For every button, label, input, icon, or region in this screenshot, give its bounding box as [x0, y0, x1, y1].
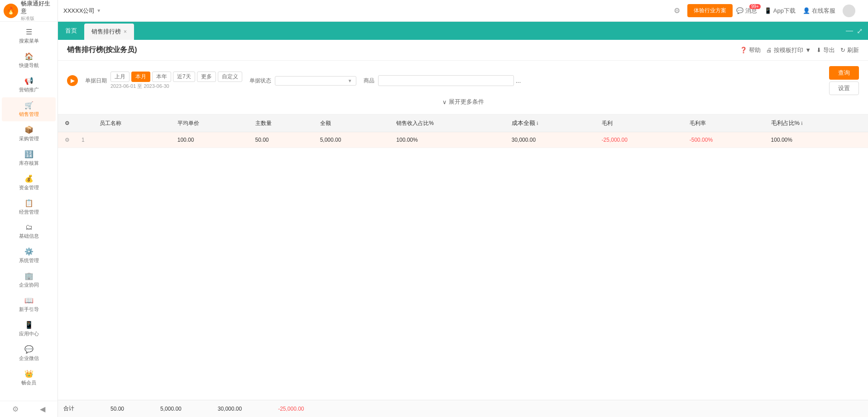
- online-service-button[interactable]: 👤 在线客服: [803, 7, 835, 15]
- company-selector[interactable]: XXXXX公司 ▼: [63, 7, 670, 15]
- col-cost: 成本全额 ℹ: [506, 115, 596, 132]
- company-name: XXXXX公司: [63, 7, 95, 15]
- tab-sales-ranking[interactable]: 销售排行榜 ×: [84, 24, 134, 40]
- tab-home[interactable]: 首页: [58, 22, 84, 40]
- template-print-button[interactable]: 🖨 按模板打印 ▼: [766, 46, 811, 54]
- date-current-month-button[interactable]: 本月: [131, 72, 150, 82]
- gross-ratio-info-icon: ℹ: [801, 121, 803, 126]
- filter-status-item: 单据状态 ▼: [249, 76, 356, 86]
- operation-icon: 📋: [24, 199, 34, 207]
- sidebar: 🔥 畅康通好生意 标准版 ☰ 搜索菜单 🏠 快捷导航 📢 营销推广 🛒 销售管理…: [0, 0, 58, 417]
- table-footer: 合计 50.00 5,000.00 30,000.00 -25,000.00: [58, 400, 868, 417]
- row-gross-ratio: 100.00%: [766, 132, 868, 148]
- col-avg-price: 平均单价: [172, 115, 250, 132]
- filter-toggle-arrow[interactable]: ▶: [67, 75, 78, 86]
- filter-action-buttons: 查询 设置: [829, 66, 859, 95]
- system-icon: ⚙️: [24, 247, 34, 256]
- date-year-button[interactable]: 本年: [152, 72, 171, 82]
- filter-area: ▶ 单据日期 上月 本月 本年 近7天 更多 自定义 2023-06-01: [58, 61, 868, 115]
- print-icon: 🖨: [766, 47, 772, 53]
- date-prev-month-button[interactable]: 上月: [110, 72, 129, 82]
- filter-expand-button[interactable]: ∨ 展开更多条件: [67, 95, 859, 109]
- logo-text: 畅康通好生意 标准版: [21, 0, 54, 21]
- sidebar-item-purchase[interactable]: 📦 采购管理: [2, 122, 56, 146]
- export-icon: ⬇: [816, 47, 821, 53]
- enterprise-icon: 🏢: [24, 272, 34, 280]
- page-actions: ❓ 帮助 🖨 按模板打印 ▼ ⬇ 导出 ↻ 刷新: [740, 46, 859, 54]
- sidebar-item-guide[interactable]: 📖 新手引导: [2, 292, 56, 316]
- filter-status-select[interactable]: ▼: [275, 76, 356, 86]
- footer-label: 合计: [63, 405, 74, 412]
- window-minimize-icon[interactable]: —: [846, 27, 853, 35]
- row-avg-price: 100.00: [172, 132, 250, 148]
- filter-date-group: 上月 本月 本年 近7天 更多 自定义: [110, 72, 242, 82]
- trial-industry-button[interactable]: 体验行业方案: [687, 4, 733, 17]
- sidebar-item-basic[interactable]: 🗂 基础信息: [2, 220, 56, 243]
- row-cost: 30,000.00: [506, 132, 596, 148]
- help-button[interactable]: ❓ 帮助: [740, 46, 761, 54]
- page-title: 销售排行榜(按业务员): [67, 45, 137, 55]
- topbar-settings-icon[interactable]: ⚙: [674, 6, 680, 15]
- table-container: ⚙ 员工名称 平均单价 主数量 全额 销售收入占比% 成本全额 ℹ 毛利 毛利率: [58, 115, 868, 257]
- avatar[interactable]: [843, 5, 855, 17]
- sidebar-item-sales[interactable]: 🛒 销售管理: [2, 97, 56, 121]
- date-range-display: 2023-06-01 至 2023-06-30: [110, 83, 242, 90]
- tabbar-right: — ⤢: [846, 27, 868, 35]
- footer-gross: -25,000.00: [278, 406, 304, 412]
- sidebar-settings-button[interactable]: ⚙: [12, 405, 19, 413]
- sidebar-collapse-button[interactable]: ◀: [40, 405, 45, 413]
- inventory-icon: 🔢: [24, 150, 34, 158]
- sidebar-item-marketing[interactable]: 📢 营销推广: [2, 73, 56, 97]
- refresh-button[interactable]: ↻ 刷新: [840, 46, 859, 54]
- col-gross-ratio: 毛利占比% ℹ: [766, 115, 868, 132]
- help-icon: ❓: [740, 47, 747, 53]
- app-download-label: App下载: [773, 7, 796, 15]
- message-badge: 99+: [749, 4, 761, 9]
- col-settings: ⚙: [58, 115, 76, 132]
- sidebar-item-finance[interactable]: 💰 资金管理: [2, 171, 56, 195]
- sidebar-logo: 🔥 畅康通好生意 标准版: [0, 0, 58, 22]
- table-row: ⚙ 1 100.00 50.00 5,000.00 100.00% 30,000…: [58, 132, 868, 148]
- print-dropdown-arrow: ▼: [805, 47, 811, 53]
- finance-icon: 💰: [24, 174, 34, 183]
- sidebar-item-operation[interactable]: 📋 经营管理: [2, 195, 56, 219]
- query-button[interactable]: 查询: [829, 66, 859, 80]
- col-gross: 毛利: [596, 115, 684, 132]
- message-button[interactable]: 💬 消息 99+: [736, 7, 757, 15]
- filter-date-label: 单据日期: [85, 77, 107, 85]
- footer-amount: 5,000.00: [160, 406, 182, 412]
- filter-goods-more-icon[interactable]: ...: [516, 77, 521, 84]
- sidebar-item-search-order[interactable]: ☰ 搜索菜单: [2, 24, 56, 48]
- content: 销售排行榜(按业务员) ❓ 帮助 🖨 按模板打印 ▼ ⬇ 导出 ↻ 刷新: [58, 40, 868, 417]
- col-amount: 全额: [315, 115, 391, 132]
- sidebar-item-member[interactable]: 👑 畅会员: [2, 366, 56, 390]
- date-more-button[interactable]: 更多: [197, 72, 216, 82]
- topbar-right: 💬 消息 99+ 📱 App下载 👤 在线客服: [736, 5, 863, 17]
- sidebar-item-system[interactable]: ⚙️ 系统管理: [2, 244, 56, 268]
- sidebar-item-wechat[interactable]: 💬 企业微信: [2, 341, 56, 365]
- col-rank: [76, 115, 94, 132]
- sidebar-item-enterprise[interactable]: 🏢 企业协同: [2, 268, 56, 292]
- col-employee: 员工名称: [94, 115, 172, 132]
- date-7days-button[interactable]: 近7天: [173, 72, 195, 82]
- col-sales-ratio: 销售收入占比%: [391, 115, 506, 132]
- sales-icon: 🛒: [24, 101, 34, 110]
- filter-settings-button[interactable]: 设置: [829, 81, 859, 95]
- row-gross: -25,000.00: [596, 132, 684, 148]
- date-custom-button[interactable]: 自定义: [218, 72, 242, 82]
- guide-icon: 📖: [24, 296, 34, 305]
- window-maximize-icon[interactable]: ⤢: [857, 27, 863, 35]
- export-button[interactable]: ⬇ 导出: [816, 46, 835, 54]
- sidebar-nav: ☰ 搜索菜单 🏠 快捷导航 📢 营销推广 🛒 销售管理 📦 采购管理 🔢 库存核…: [0, 22, 58, 401]
- app-download-button[interactable]: 📱 App下载: [764, 7, 796, 15]
- sidebar-item-inventory[interactable]: 🔢 库存核算: [2, 146, 56, 170]
- online-service-label: 在线客服: [812, 7, 835, 15]
- sidebar-item-apps[interactable]: 📱 应用中心: [2, 317, 56, 341]
- sidebar-item-quick-nav[interactable]: 🏠 快捷导航: [2, 48, 56, 72]
- quick-nav-icon: 🏠: [24, 52, 34, 61]
- refresh-icon: ↻: [840, 47, 845, 53]
- tab-close-icon[interactable]: ×: [124, 29, 127, 35]
- apps-icon: 📱: [24, 321, 34, 329]
- filter-goods-input[interactable]: [378, 75, 514, 86]
- row-gross-rate: -500.00%: [684, 132, 766, 148]
